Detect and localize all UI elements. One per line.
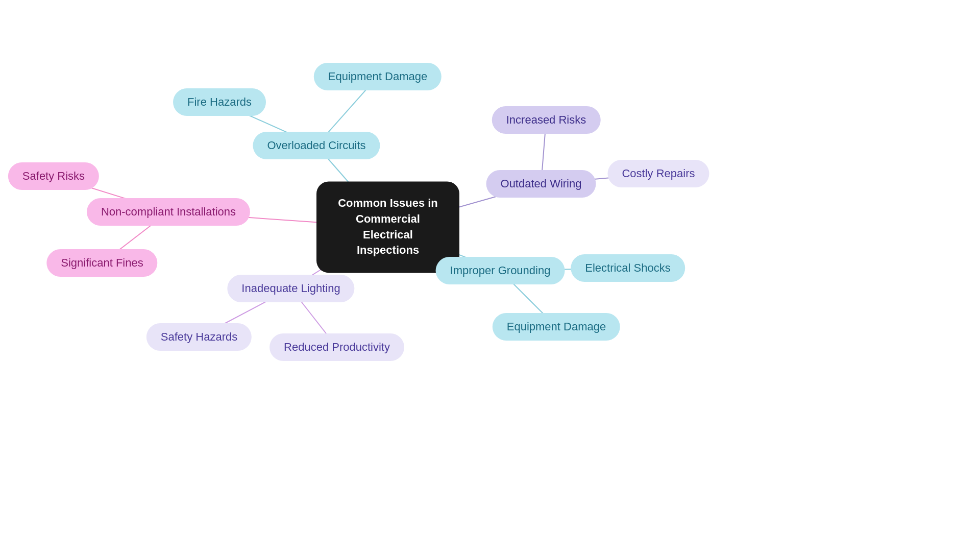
mindmap-container: Common Issues in Commercial Electrical I… bbox=[0, 0, 980, 553]
significant-fines-node: Significant Fines bbox=[46, 249, 157, 277]
overloaded-circuits-node: Overloaded Circuits bbox=[253, 132, 380, 159]
reduced-productivity-node: Reduced Productivity bbox=[270, 333, 404, 361]
equipment-damage-bottom-node: Equipment Damage bbox=[493, 313, 620, 341]
fire-hazards-node: Fire Hazards bbox=[173, 88, 266, 116]
safety-risks-node: Safety Risks bbox=[8, 162, 99, 190]
center-node: Common Issues in Commercial Electrical I… bbox=[316, 181, 459, 273]
outdated-wiring-node: Outdated Wiring bbox=[486, 170, 596, 198]
costly-repairs-node: Costly Repairs bbox=[607, 160, 709, 187]
electrical-shocks-node: Electrical Shocks bbox=[571, 254, 685, 282]
increased-risks-node: Increased Risks bbox=[492, 106, 601, 134]
improper-grounding-node: Improper Grounding bbox=[436, 257, 565, 284]
safety-hazards-node: Safety Hazards bbox=[146, 323, 252, 351]
non-compliant-node: Non-compliant Installations bbox=[87, 198, 250, 226]
equipment-damage-top-node: Equipment Damage bbox=[314, 63, 442, 90]
inadequate-lighting-node: Inadequate Lighting bbox=[227, 275, 354, 302]
